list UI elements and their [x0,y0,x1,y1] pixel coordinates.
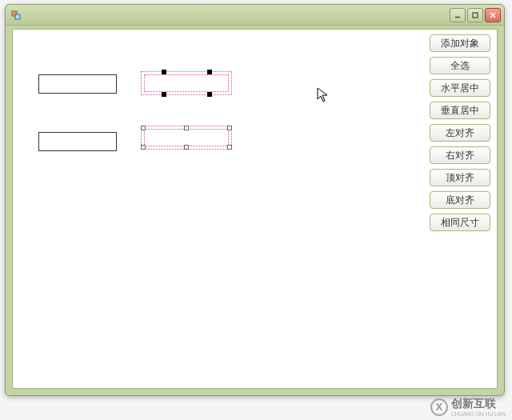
horizontal-center-button[interactable]: 水平居中 [430,79,490,97]
watermark-sub-text: CHUANG XIN HU LIAN [451,411,506,417]
resize-handle[interactable] [227,145,232,150]
resize-handle[interactable] [207,92,212,97]
resize-handle[interactable] [184,126,189,130]
vertical-center-button[interactable]: 垂直居中 [430,102,490,119]
svg-rect-1 [15,14,20,19]
minimize-button[interactable] [450,8,466,22]
resize-handle[interactable] [162,92,166,97]
close-button[interactable] [485,8,501,22]
align-bottom-button[interactable]: 底对齐 [430,191,490,209]
resize-handle[interactable] [141,126,146,130]
resize-handle[interactable] [162,70,166,74]
svg-rect-3 [473,13,478,18]
app-window: 添加对象 全选 水平居中 垂直居中 左对齐 右对齐 顶对齐 底对齐 相同尺寸 [5,4,505,396]
align-right-button[interactable]: 右对齐 [430,146,490,164]
resize-handle[interactable] [141,145,146,150]
add-object-button[interactable]: 添加对象 [430,34,490,52]
shape-plain-2[interactable] [38,132,117,151]
watermark: X 创新互联 CHUANG XIN HU LIAN [430,397,506,417]
maximize-button[interactable] [467,8,483,22]
resize-handle[interactable] [184,145,189,150]
resize-handle[interactable] [227,126,232,130]
design-canvas[interactable] [13,30,497,388]
cursor-icon [317,87,330,106]
watermark-logo-icon: X [430,398,448,416]
side-panel: 添加对象 全选 水平居中 垂直居中 左对齐 右对齐 顶对齐 底对齐 相同尺寸 [430,34,490,231]
app-icon [10,9,23,22]
watermark-main-text: 创新互联 [451,397,506,411]
shape-plain-1[interactable] [38,74,117,94]
same-size-button[interactable]: 相同尺寸 [430,214,490,231]
align-top-button[interactable]: 顶对齐 [430,169,490,186]
client-area: 添加对象 全选 水平居中 垂直居中 左对齐 右对齐 顶对齐 底对齐 相同尺寸 [12,29,498,389]
titlebar[interactable] [6,5,504,26]
select-all-button[interactable]: 全选 [430,57,490,74]
window-controls [450,8,501,22]
resize-handle[interactable] [207,70,212,74]
align-left-button[interactable]: 左对齐 [430,124,490,142]
